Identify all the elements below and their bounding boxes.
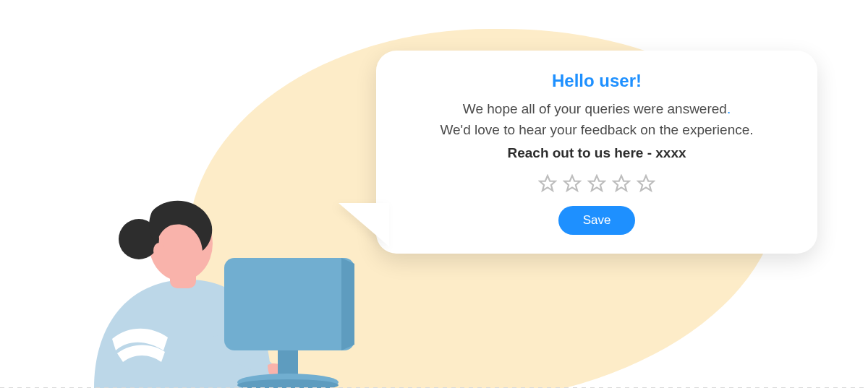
star-icon[interactable] <box>637 174 655 193</box>
bubble-title: Hello user! <box>398 71 796 91</box>
dot-accent: . <box>727 101 731 116</box>
svg-rect-10 <box>278 350 298 376</box>
star-icon[interactable] <box>612 174 631 193</box>
bubble-line-1-text: We hope all of your queries were answere… <box>463 101 727 116</box>
bubble-line-2: We'd love to hear your feedback on the e… <box>398 119 796 140</box>
svg-rect-9 <box>224 258 354 350</box>
save-button[interactable]: Save <box>558 206 636 235</box>
star-icon[interactable] <box>563 174 582 193</box>
star-rating <box>398 174 796 193</box>
bubble-cta: Reach out to us here - xxxx <box>398 145 796 161</box>
svg-point-8 <box>153 243 165 259</box>
svg-marker-1 <box>564 176 580 191</box>
feedback-bubble: Hello user! We hope all of your queries … <box>376 51 817 254</box>
star-icon[interactable] <box>538 174 557 193</box>
svg-marker-0 <box>540 176 556 191</box>
bubble-line-1: We hope all of your queries were answere… <box>398 98 796 119</box>
svg-marker-3 <box>613 176 629 191</box>
svg-marker-4 <box>638 176 654 191</box>
person-computer-illustration <box>87 171 376 388</box>
star-icon[interactable] <box>587 174 606 193</box>
svg-marker-2 <box>589 176 605 191</box>
